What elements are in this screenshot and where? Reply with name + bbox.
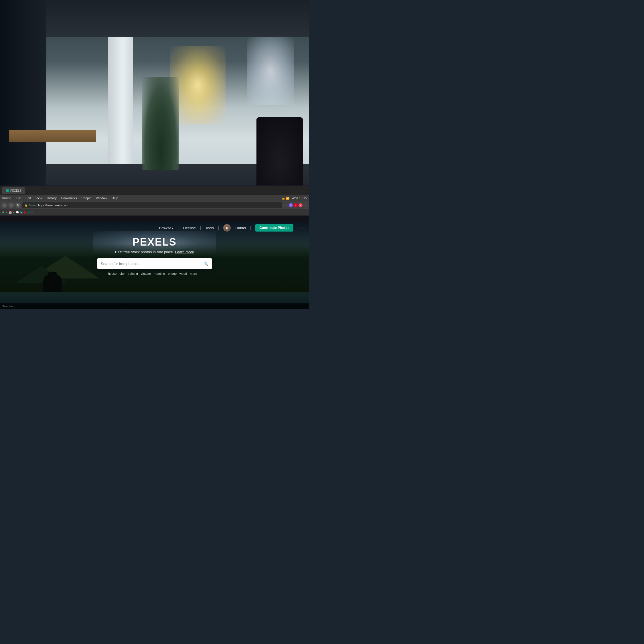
tag-blur[interactable]: blur [119,272,125,275]
battery-status: 🔒 📶 [282,197,289,200]
menu-view[interactable]: View [35,196,42,200]
contribute-photos-button[interactable]: Contribute Photos [255,224,293,232]
active-tab[interactable]: P PEXELS [2,187,25,194]
window-right [247,37,294,105]
refresh-button[interactable]: ↻ [15,203,21,208]
laptop-screen: P PEXELS hrome File Edit View History Bo… [0,185,309,309]
tag-wood[interactable]: wood [179,272,187,275]
bookmark-gdrive[interactable]: ▲ [5,211,8,214]
left-wall [0,0,46,216]
pexels-hero-section: Browse License Tools D Daniel Contribute… [0,222,309,309]
tag-vintage[interactable]: vintage [141,272,151,275]
bookmark-star-icon[interactable]: ☆ [284,203,288,207]
menu-bookmarks[interactable]: Bookmarks [61,196,77,200]
bookmark-whatsapp[interactable]: 💬 [16,211,19,214]
menu-right-section: 🔒 📶 Wed 16:15 [282,196,307,200]
menu-file[interactable]: File [16,196,21,200]
nav-divider-2 [200,226,201,230]
license-nav-link[interactable]: License [183,226,196,230]
search-bar[interactable]: Search for free photos... 🔍 [97,258,212,269]
tag-house[interactable]: house [108,272,116,275]
user-avatar[interactable]: D [223,224,231,232]
pexels-website: Browse License Tools D Daniel Contribute… [0,222,309,309]
more-options-button[interactable]: ··· [298,225,305,231]
searches-label: Searches [2,305,13,308]
back-button[interactable]: ‹ [2,203,7,208]
pexels-tagline: Best free stock photos in one place. Lea… [115,250,194,254]
bookmark-bar: M ▲ 📅 ● 💬 🐦 ▶ ⊞ ✉ [0,209,309,216]
tag-training[interactable]: training [128,272,138,275]
menu-history[interactable]: History [47,196,57,200]
browser-toolbar: ‹ › ↻ 🔒 Secure https://www.pexels.com ☆ … [0,201,309,209]
pexels-main-content: PEXELS Best free stock photos in one pla… [0,236,309,275]
plant-decoration [142,77,179,170]
learn-more-link[interactable]: Learn more [175,250,194,254]
bookmark-outlook[interactable]: ✉ [31,211,33,214]
menu-hrome[interactable]: hrome [2,196,11,200]
extensions-icon[interactable]: ⬡ [289,203,293,207]
browser-chrome: P PEXELS hrome File Edit View History Bo… [0,186,309,216]
address-bar[interactable]: 🔒 Secure https://www.pexels.com [22,202,282,208]
menu-window[interactable]: Window [96,196,107,200]
pexels-logo: PEXELS [133,236,177,248]
menu-edit[interactable]: Edit [25,196,31,200]
search-placeholder-text: Search for free photos... [101,262,201,266]
menu-help[interactable]: Help [112,196,118,200]
tab-bar: P PEXELS [0,186,309,195]
tab-favicon: P [6,189,9,192]
nav-divider-1 [178,226,178,230]
person-body-silhouette [43,274,62,292]
user-name-label[interactable]: Daniel [235,226,246,230]
screen-bezel: P PEXELS hrome File Edit View History Bo… [0,186,309,309]
searches-status-bar: Searches [0,303,309,309]
tag-meeting[interactable]: meeting [154,272,165,275]
office-ceiling [0,0,309,37]
search-icon[interactable]: 🔍 [204,261,208,266]
bookmark-meet[interactable]: ● [13,211,14,214]
menu-bar: hrome File Edit View History Bookmarks P… [0,195,309,201]
pinterest-icon[interactable]: P [294,203,298,207]
search-tags-container: house blur training vintage meeting phon… [108,272,201,275]
secure-label: Secure [29,204,37,207]
tools-nav-link[interactable]: Tools [205,226,214,230]
pocket-icon[interactable]: ✦ [299,203,303,207]
bookmark-excel[interactable]: ⊞ [27,211,30,214]
nav-divider-4 [250,226,251,230]
bookmark-youtube[interactable]: ▶ [24,211,26,214]
url-display: https://www.pexels.com [38,204,68,207]
pexels-navigation: Browse License Tools D Daniel Contribute… [0,222,309,234]
forward-button[interactable]: › [9,203,14,208]
menu-people[interactable]: People [82,196,91,200]
tag-phone[interactable]: phone [168,272,177,275]
nav-divider-3 [218,226,219,230]
bookmark-calendar[interactable]: 📅 [9,211,12,214]
browse-nav-link[interactable]: Browse [159,226,173,230]
tab-label: PEXELS [10,189,21,192]
secure-icon: 🔒 [25,204,28,207]
table [9,130,96,142]
toolbar-icons: ☆ ⬡ P ✦ ⋮ [284,203,307,207]
chrome-menu-icon[interactable]: ⋮ [303,203,307,207]
bookmark-gmail[interactable]: M [2,211,4,214]
time-display: Wed 16:15 [292,196,307,200]
bookmark-twitter[interactable]: 🐦 [20,211,23,214]
tag-more[interactable]: more → [190,272,201,275]
